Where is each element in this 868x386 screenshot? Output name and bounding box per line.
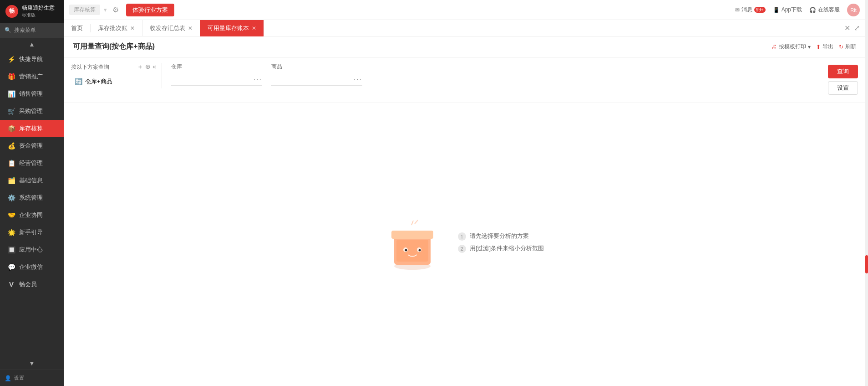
sidebar-item-label: 企业微信	[19, 263, 43, 271]
user-avatar-icon: 👤	[5, 375, 11, 381]
sidebar-item-basic-info[interactable]: 🗂️ 基础信息	[0, 172, 64, 189]
page-header: 可用量查询(按仓库+商品) 🖨 按模板打印 ▾ ⬆ 导出 ↻ 刷新	[64, 36, 865, 57]
main-area: 库存核算 ▾ ⚙ 体验行业方案 ✉ 消息 99+ 📱 App下载 🎧 在线客服 …	[64, 0, 865, 386]
sidebar-item-app-center[interactable]: 🔲 应用中心	[0, 241, 64, 258]
enterprise-icon: 🤝	[7, 211, 15, 219]
user-avatar: Rit	[847, 4, 860, 16]
settings-button[interactable]: 设置	[828, 81, 858, 95]
sidebar-item-sales[interactable]: 📊 销售管理	[0, 85, 64, 103]
search-label: 搜索菜单	[14, 26, 36, 34]
empty-svg	[385, 217, 440, 272]
sidebar-item-label: 企业协同	[19, 211, 43, 219]
sidebar-item-label: 畅会员	[19, 280, 37, 288]
app-subtitle: 标准版	[22, 12, 55, 18]
filter-area: 按以下方案查询 ＋ ⊕ « 🔄 仓库+商品 仓库	[64, 57, 865, 102]
tab-close-icon[interactable]: ✕	[188, 25, 193, 31]
topbar: 库存核算 ▾ ⚙ 体验行业方案 ✉ 消息 99+ 📱 App下载 🎧 在线客服 …	[64, 0, 865, 20]
sidebar-scroll-up[interactable]: ▲	[0, 38, 64, 51]
hint-num-2: 2	[458, 245, 466, 253]
empty-illustration	[385, 217, 440, 272]
filter-right-panel: 仓库 ··· 商品 ··· 查询 设置	[162, 63, 858, 97]
app-title-block: 畅康通好生意 标准版	[22, 5, 55, 18]
empty-state: 1 请先选择要分析的方案 2 用[过滤]条件来缩小分析范围	[64, 103, 865, 386]
empty-hint-1: 1 请先选择要分析的方案	[458, 232, 544, 241]
sidebar-item-finance[interactable]: 💰 资金管理	[0, 137, 64, 154]
settings-scheme-icon[interactable]: ⊕	[145, 63, 151, 71]
sidebar: 畅 畅康通好生意 标准版 🔍 搜索菜单 ▲ ⚡ 快捷导航 🎁 营销推广 📊 销售…	[0, 0, 64, 386]
right-buttons: 查询 设置	[828, 63, 858, 97]
sidebar-search[interactable]: 🔍 搜索菜单	[0, 23, 64, 38]
app-download-btn[interactable]: 📱 App下载	[773, 6, 802, 14]
empty-content: 1 请先选择要分析的方案 2 用[过滤]条件来缩小分析范围	[385, 217, 544, 272]
expand-btn[interactable]: ⤢	[854, 24, 860, 32]
scrollbar-thumb[interactable]	[865, 255, 868, 273]
scheme-label: 仓库+商品	[85, 77, 112, 86]
empty-hint-2: 2 用[过滤]条件来缩小分析范围	[458, 244, 544, 253]
sidebar-item-label: 采购管理	[19, 107, 43, 115]
sidebar-item-label: 系统管理	[19, 194, 43, 202]
vip-icon: V	[7, 280, 15, 288]
warehouse-input[interactable]: ···	[171, 73, 262, 86]
sidebar-nav: ⚡ 快捷导航 🎁 营销推广 📊 销售管理 🛒 采购管理 📦 库存核算 💰 资金管…	[0, 51, 64, 357]
print-btn[interactable]: 🖨 按模板打印 ▾	[772, 43, 811, 51]
filter-field-warehouse: 仓库 ···	[171, 63, 262, 86]
collapse-icon[interactable]: «	[152, 63, 156, 71]
sidebar-item-vip[interactable]: V 畅会员	[0, 276, 64, 293]
refresh-btn[interactable]: ↻ 刷新	[839, 43, 856, 51]
tab-label: 可用量库存账本	[208, 24, 249, 32]
quick-nav-icon: ⚡	[7, 55, 15, 63]
messages-label: 消息	[741, 6, 752, 14]
breadcrumb-separator: ▾	[104, 6, 107, 13]
tab-available-ledger[interactable]: 可用量库存账本 ✕	[200, 20, 264, 36]
sidebar-item-label: 基础信息	[19, 176, 43, 185]
filter-scheme-warehouse-goods[interactable]: 🔄 仓库+商品	[71, 75, 156, 88]
gear-icon[interactable]: ⚙	[112, 5, 119, 14]
sales-icon: 📊	[7, 90, 15, 98]
svg-rect-2	[391, 231, 433, 239]
sidebar-item-inventory[interactable]: 📦 库存核算	[0, 120, 64, 137]
print-icon: 🖨	[772, 44, 777, 50]
sidebar-scroll-down[interactable]: ▼	[0, 357, 64, 370]
warehouse-more-icon[interactable]: ···	[254, 75, 262, 83]
sidebar-item-label: 销售管理	[19, 90, 43, 98]
filter-actions: ＋ ⊕ «	[137, 63, 156, 71]
basic-info-icon: 🗂️	[7, 176, 15, 185]
right-scrollbar[interactable]	[865, 0, 868, 386]
sidebar-item-operations[interactable]: 📋 经营管理	[0, 154, 64, 172]
query-button[interactable]: 查询	[828, 65, 858, 78]
refresh-icon: ↻	[839, 44, 843, 50]
phone-icon: 📱	[773, 7, 780, 13]
sidebar-item-newbie[interactable]: 🌟 新手引导	[0, 224, 64, 241]
sidebar-footer-label: 设置	[14, 375, 24, 381]
purchase-icon: 🛒	[7, 107, 15, 115]
headset-icon: 🎧	[809, 7, 816, 13]
tab-close-icon[interactable]: ✕	[252, 25, 256, 31]
sidebar-item-system[interactable]: ⚙️ 系统管理	[0, 189, 64, 206]
filter-left-panel: 按以下方案查询 ＋ ⊕ « 🔄 仓库+商品	[71, 63, 162, 88]
sidebar-item-wechat[interactable]: 💬 企业微信	[0, 258, 64, 276]
sidebar-item-enterprise[interactable]: 🤝 企业协同	[0, 206, 64, 224]
tab-receive-summary[interactable]: 收发存汇总表 ✕	[142, 20, 200, 36]
messages-btn[interactable]: ✉ 消息 99+	[735, 6, 766, 14]
goods-more-icon[interactable]: ···	[354, 75, 362, 83]
tab-label: 收发存汇总表	[150, 24, 185, 32]
refresh-label: 刷新	[845, 43, 856, 51]
content-area: 可用量查询(按仓库+商品) 🖨 按模板打印 ▾ ⬆ 导出 ↻ 刷新	[64, 36, 865, 386]
sidebar-item-marketing[interactable]: 🎁 营销推广	[0, 68, 64, 85]
export-btn[interactable]: ⬆ 导出	[816, 43, 833, 51]
sidebar-footer[interactable]: 👤 设置	[0, 370, 64, 386]
hint-text-2: 用[过滤]条件来缩小分析范围	[470, 244, 544, 252]
user-profile-btn[interactable]: Rit	[847, 4, 860, 16]
sidebar-item-quick-nav[interactable]: ⚡ 快捷导航	[0, 51, 64, 68]
goods-input[interactable]: ···	[271, 73, 362, 86]
tab-batch-ledger[interactable]: 库存批次账 ✕	[91, 20, 142, 36]
add-scheme-icon[interactable]: ＋	[137, 63, 143, 71]
tab-home[interactable]: 首页	[64, 24, 91, 32]
sidebar-item-label: 库存核算	[19, 124, 43, 133]
sidebar-item-purchase[interactable]: 🛒 采购管理	[0, 103, 64, 120]
online-service-btn[interactable]: 🎧 在线客服	[809, 6, 840, 14]
tab-close-icon[interactable]: ✕	[130, 25, 135, 31]
trial-btn[interactable]: 体验行业方案	[126, 4, 174, 16]
close-tab-btn[interactable]: ✕	[844, 24, 850, 32]
filter-section-label: 按以下方案查询 ＋ ⊕ «	[71, 63, 156, 71]
